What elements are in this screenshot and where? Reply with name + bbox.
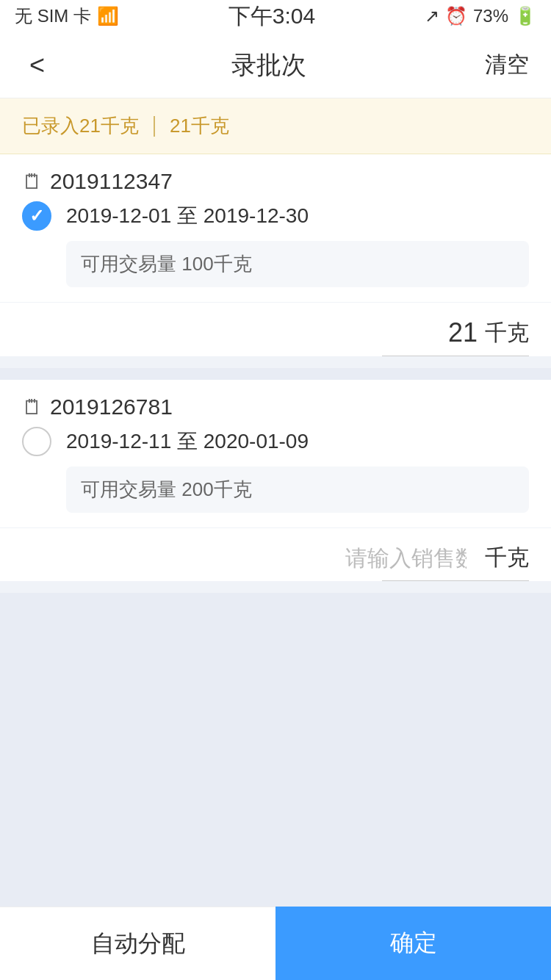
battery-text: 73%: [473, 6, 508, 26]
content-area: 🗒 2019112347 2019-12-01 至 2019-12-30 可用交…: [0, 154, 551, 356]
batch-icon-1: 🗒: [22, 170, 43, 194]
batch-id-2: 2019126781: [50, 394, 173, 419]
input-unit-2: 千克: [485, 543, 529, 573]
amount-underline-1: [382, 356, 529, 356]
batch-date-row-1: 2019-12-01 至 2019-12-30: [22, 201, 529, 231]
status-bar: 无 SIM 卡 📶 下午3:04 ↗ ⏰ 73% 🔋: [0, 0, 551, 32]
batch-date-1: 2019-12-01 至 2019-12-30: [66, 202, 309, 230]
status-right: ↗ ⏰ 73% 🔋: [425, 6, 536, 26]
nav-bar: < 录批次 清空: [0, 32, 551, 98]
batch-header-1: 🗒 2019112347: [22, 169, 529, 194]
amount-section-1: 21 千克: [0, 303, 551, 356]
section-separator: [0, 368, 551, 380]
batch-radio-2[interactable]: [22, 427, 51, 456]
confirm-button[interactable]: 确定: [276, 907, 551, 980]
sim-text: 无 SIM 卡: [15, 4, 91, 28]
amount-unit-1: 千克: [485, 318, 529, 348]
input-section-2: 千克: [0, 528, 551, 581]
total-amount-label: 21千克: [170, 113, 229, 139]
content-area-2: 🗒 2019126781 2019-12-11 至 2020-01-09 可用交…: [0, 380, 551, 581]
amount-value-1: 21: [448, 317, 478, 348]
batch-item-2: 🗒 2019126781 2019-12-11 至 2020-01-09 可用交…: [0, 380, 551, 528]
batch-item-1: 🗒 2019112347 2019-12-01 至 2019-12-30 可用交…: [0, 154, 551, 303]
batch-icon-2: 🗒: [22, 395, 43, 419]
status-time: 下午3:04: [228, 1, 315, 32]
batch-date-2: 2019-12-11 至 2020-01-09: [66, 428, 309, 455]
status-left: 无 SIM 卡 📶: [15, 4, 119, 28]
batch-available-1: 可用交易量 100千克: [66, 241, 529, 287]
amount-row-1: 21 千克: [0, 303, 551, 356]
gray-area: [0, 593, 551, 916]
info-banner: 已录入21千克 21千克: [0, 98, 551, 154]
input-underline-2: [382, 580, 529, 581]
quantity-input-2[interactable]: [345, 546, 478, 571]
batch-radio-1[interactable]: [22, 201, 51, 231]
clear-button[interactable]: 清空: [485, 50, 529, 80]
info-divider: [154, 116, 155, 137]
alarm-icon: ⏰: [445, 6, 467, 26]
batch-id-1: 2019112347: [50, 169, 173, 194]
batch-header-2: 🗒 2019126781: [22, 394, 529, 419]
location-icon: ↗: [425, 6, 439, 26]
auto-distribute-button[interactable]: 自动分配: [0, 907, 276, 980]
recorded-amount-label: 已录入21千克: [22, 113, 139, 139]
back-button[interactable]: <: [22, 43, 52, 88]
wifi-icon: 📶: [97, 6, 119, 26]
batch-date-row-2: 2019-12-11 至 2020-01-09: [22, 427, 529, 456]
input-row-2: 千克: [0, 528, 551, 580]
bottom-bar: 自动分配 确定: [0, 907, 551, 980]
battery-icon: 🔋: [514, 6, 536, 26]
batch-available-2: 可用交易量 200千克: [66, 466, 529, 513]
page-title: 录批次: [231, 48, 306, 82]
